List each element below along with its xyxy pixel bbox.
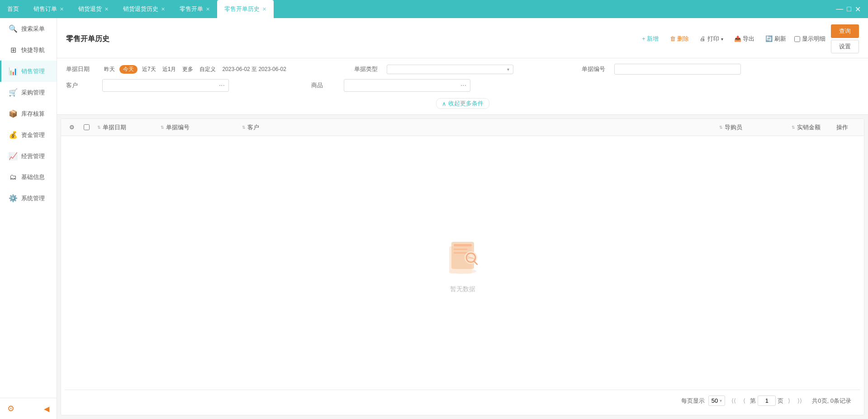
date-opt-1month[interactable]: 近1月 <box>161 65 178 74</box>
sidebar-item-sales-mgmt[interactable]: 📊 销售管理 <box>0 61 57 82</box>
delete-button[interactable]: 🗑 删除 <box>667 33 692 45</box>
table-settings-icon[interactable]: ⚙ <box>65 124 79 131</box>
settings-bottom-icon[interactable]: ⚙ <box>7 404 14 414</box>
next-page-btn[interactable]: ⟩ <box>785 396 793 405</box>
chart-icon: 📊 <box>9 67 18 75</box>
last-page-btn[interactable]: ⟩⟩ <box>795 396 805 405</box>
display-detail-checkbox[interactable]: 显示明细 <box>794 35 825 43</box>
sidebar-item-sys-mgmt[interactable]: ⚙️ 系统管理 <box>0 188 57 209</box>
date-opt-today[interactable]: 今天 <box>119 65 138 74</box>
sidebar-item-search[interactable]: 🔍 搜索采单 <box>0 18 57 39</box>
print-button[interactable]: 🖨 打印 ▾ <box>697 33 726 45</box>
tab-sales-return-history[interactable]: 销货退货历史 ✕ <box>116 0 172 18</box>
select-all-checkbox[interactable] <box>79 124 94 130</box>
sidebar-item-finance[interactable]: 💰 资金管理 <box>0 124 57 146</box>
chevron-up-icon: ∧ <box>442 100 446 107</box>
customer-input[interactable] <box>106 82 219 89</box>
bill-no-label: 单据编号 <box>582 65 609 73</box>
tab-retail-open-history[interactable]: 零售开单历史 ✕ <box>217 0 274 18</box>
bill-type-select[interactable]: ▾ <box>387 65 513 74</box>
pagination: 每页显示 50 ▾ ⟨⟨ ⟨ 第 1 页 ⟩ ⟩⟩ 共0页, 0条记录 <box>65 390 860 411</box>
product-input[interactable] <box>348 82 460 89</box>
filter-row-2: 客户 ··· 商品 ··· <box>66 79 859 92</box>
page-word: 页 <box>778 397 783 405</box>
money-icon: 💰 <box>9 131 18 139</box>
tab-sales-order[interactable]: 销售订单 ✕ <box>26 0 71 18</box>
bill-no-input[interactable] <box>618 66 737 72</box>
maximize-btn[interactable]: □ <box>847 5 851 13</box>
query-button[interactable]: 查询 <box>831 24 859 38</box>
sidebar-item-purchase-mgmt[interactable]: 🛒 采购管理 <box>0 82 57 103</box>
date-opt-7days[interactable]: 近7天 <box>140 65 158 74</box>
empty-text: 暂无数据 <box>450 285 475 293</box>
tab-retail-open[interactable]: 零售开单 ✕ <box>172 0 217 18</box>
date-opt-more[interactable]: 更多 <box>180 65 195 74</box>
customer-input-wrapper: ··· <box>102 79 229 92</box>
page-title: 零售开单历史 <box>66 34 109 44</box>
close-retail-open-history[interactable]: ✕ <box>262 6 266 12</box>
col-date[interactable]: ⇅ 单据日期 <box>94 123 157 132</box>
page-number-input[interactable]: 1 <box>758 395 776 406</box>
col-billno[interactable]: ⇅ 单据编号 <box>157 123 238 132</box>
tab-sales-return[interactable]: 销货退货 ✕ <box>71 0 116 18</box>
search-icon: 🔍 <box>9 24 18 33</box>
gear-icon: ⚙️ <box>9 194 18 202</box>
sidebar-item-inventory[interactable]: 📦 库存核算 <box>0 103 57 124</box>
sidebar-item-basic-info[interactable]: 🗂 基础信息 <box>0 167 57 188</box>
svg-rect-4 <box>454 249 467 250</box>
customer-search-icon[interactable]: ··· <box>219 81 225 89</box>
add-button[interactable]: + 新增 <box>639 33 661 45</box>
page-size-value: 50 <box>711 397 718 404</box>
sidebar-item-quick-nav[interactable]: ⊞ 快捷导航 <box>0 39 57 61</box>
sidebar-item-operations[interactable]: 📈 经营管理 <box>0 146 57 167</box>
page-header: 零售开单历史 + 新增 🗑 删除 🖨 打印 ▾ 📤 导出 🔄 刷新 <box>57 18 868 58</box>
product-input-wrapper: ··· <box>344 79 470 92</box>
close-btn[interactable]: ✕ <box>855 5 861 14</box>
window-controls: — □ ✕ <box>836 5 868 14</box>
collapse-button[interactable]: ∧ 收起更多条件 <box>436 98 489 109</box>
page-size-chevron-icon: ▾ <box>720 398 722 403</box>
bill-type-label: 单据类型 <box>354 65 381 73</box>
col-customer[interactable]: ⇅ 客户 <box>238 123 716 132</box>
main-layout: 🔍 搜索采单 ⊞ 快捷导航 📊 销售管理 🛒 采购管理 📦 库存核算 💰 资金管… <box>0 18 868 419</box>
minimize-btn[interactable]: — <box>836 5 843 13</box>
export-button[interactable]: 📤 导出 <box>731 33 758 45</box>
sort-customer-icon: ⇅ <box>242 125 246 130</box>
sidebar-bottom: ⚙ ◀ <box>0 398 57 419</box>
first-page-btn[interactable]: ⟨⟨ <box>729 396 739 405</box>
close-sales-return-history[interactable]: ✕ <box>161 6 165 12</box>
close-sales-order[interactable]: ✕ <box>60 6 64 12</box>
sort-up-icon: ⇅ <box>97 125 101 130</box>
svg-rect-3 <box>454 244 472 246</box>
table-area: ⚙ ⇅ 单据日期 ⇅ 单据编号 ⇅ 客户 ⇅ 导购员 <box>61 118 864 415</box>
bill-no-input-wrapper <box>614 64 741 75</box>
col-amount[interactable]: ⇅ 实销金额 <box>770 123 824 132</box>
date-label: 单据日期 <box>66 65 93 73</box>
sidebar: 🔍 搜索采单 ⊞ 快捷导航 📊 销售管理 🛒 采购管理 📦 库存核算 💰 资金管… <box>0 18 57 419</box>
date-opt-yesterday[interactable]: 昨天 <box>102 65 117 74</box>
page-word-before: 第 <box>750 397 756 405</box>
display-detail-input[interactable] <box>794 36 800 42</box>
top-nav: 首页 销售订单 ✕ 销货退货 ✕ 销货退货历史 ✕ 零售开单 ✕ 零售开单历史 … <box>0 0 868 18</box>
page-size-select[interactable]: 50 ▾ <box>708 395 725 406</box>
collapse-bar: ∧ 收起更多条件 <box>66 96 859 109</box>
prev-page-btn[interactable]: ⟨ <box>740 396 748 405</box>
print-chevron-icon: ▾ <box>721 37 723 42</box>
col-guide[interactable]: ⇅ 导购员 <box>716 123 770 132</box>
refresh-button[interactable]: 🔄 刷新 <box>763 33 789 45</box>
close-retail-open[interactable]: ✕ <box>206 6 210 12</box>
bill-type-chevron-icon: ▾ <box>507 67 509 72</box>
grid-icon: ⊞ <box>9 46 18 54</box>
date-opt-custom[interactable]: 自定义 <box>198 65 218 74</box>
col-operation: 操作 <box>824 123 860 132</box>
sort-billno-icon: ⇅ <box>161 125 164 130</box>
date-options: 昨天 今天 近7天 近1月 更多 自定义 2023-06-02 至 2023-0… <box>102 65 286 74</box>
collapse-icon[interactable]: ◀ <box>44 405 49 413</box>
product-search-icon[interactable]: ··· <box>460 81 466 89</box>
trend-icon: 📈 <box>9 152 18 160</box>
tab-home[interactable]: 首页 <box>0 0 26 18</box>
filter-area: 单据日期 昨天 今天 近7天 近1月 更多 自定义 2023-06-02 至 2… <box>57 58 868 115</box>
cart-icon: 🛒 <box>9 88 18 97</box>
close-sales-return[interactable]: ✕ <box>104 6 109 12</box>
setting-button[interactable]: 设置 <box>831 40 859 53</box>
